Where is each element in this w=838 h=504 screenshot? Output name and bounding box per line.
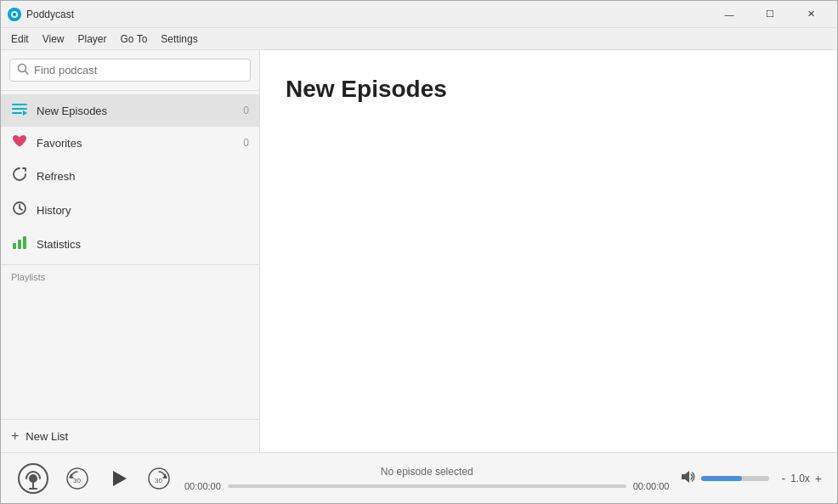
volume-icon bbox=[679, 468, 696, 489]
rewind-icon: 30 bbox=[65, 467, 89, 490]
sidebar-item-history[interactable]: History bbox=[1, 193, 259, 227]
play-button[interactable] bbox=[103, 463, 133, 494]
new-episodes-icon bbox=[11, 102, 28, 119]
search-input-wrap[interactable] bbox=[9, 59, 251, 82]
playlists-section: Playlists bbox=[1, 264, 259, 419]
volume-section bbox=[679, 468, 769, 489]
new-episodes-label: New Episodes bbox=[37, 105, 235, 117]
menu-edit[interactable]: Edit bbox=[4, 28, 36, 49]
speed-decrease-button[interactable]: - bbox=[779, 470, 787, 487]
favorites-icon bbox=[11, 134, 28, 151]
maximize-button[interactable]: ☐ bbox=[750, 1, 790, 28]
sidebar-item-statistics[interactable]: Statistics bbox=[1, 227, 259, 261]
svg-text:30: 30 bbox=[73, 477, 81, 484]
speed-controls: - 1.0x + bbox=[779, 470, 824, 487]
menu-goto[interactable]: Go To bbox=[114, 28, 155, 49]
menu-bar: Edit View Player Go To Settings bbox=[1, 28, 837, 50]
page-title: New Episodes bbox=[286, 76, 812, 103]
svg-marker-18 bbox=[113, 471, 127, 486]
statistics-icon bbox=[11, 235, 28, 253]
svg-marker-7 bbox=[23, 110, 27, 116]
speed-increase-button[interactable]: + bbox=[813, 470, 824, 487]
progress-section: No episode selected 00:00:00 00:00:00 bbox=[184, 466, 669, 491]
sidebar-item-favorites[interactable]: Favorites 0 bbox=[1, 127, 259, 159]
rewind-button[interactable]: 30 bbox=[62, 463, 93, 494]
sidebar: New Episodes 0 Favorites 0 bbox=[1, 50, 260, 452]
new-episodes-count: 0 bbox=[243, 105, 249, 116]
svg-point-13 bbox=[29, 474, 37, 483]
play-icon bbox=[106, 467, 130, 490]
svg-rect-11 bbox=[23, 236, 26, 249]
plus-icon: + bbox=[11, 428, 19, 444]
playlists-label: Playlists bbox=[11, 272, 249, 282]
minimize-button[interactable]: — bbox=[710, 1, 749, 28]
svg-rect-9 bbox=[13, 243, 16, 249]
app-title: Poddycast bbox=[26, 8, 710, 20]
volume-bar-fill bbox=[701, 476, 742, 481]
statistics-label: Statistics bbox=[37, 238, 241, 251]
menu-settings[interactable]: Settings bbox=[154, 28, 204, 49]
time-start: 00:00:00 bbox=[184, 481, 221, 491]
search-icon bbox=[17, 63, 29, 77]
title-bar: Poddycast — ☐ ✕ bbox=[1, 1, 837, 28]
menu-view[interactable]: View bbox=[36, 28, 71, 49]
main-content: New Episodes 0 Favorites 0 bbox=[1, 50, 837, 452]
new-list-button[interactable]: + New List bbox=[1, 419, 259, 452]
refresh-label: Refresh bbox=[37, 170, 241, 183]
svg-rect-10 bbox=[18, 240, 21, 249]
history-icon bbox=[11, 201, 28, 219]
search-bar bbox=[1, 50, 259, 91]
time-end: 00:00:00 bbox=[633, 481, 670, 491]
content-area: New Episodes bbox=[260, 50, 837, 452]
favorites-label: Favorites bbox=[37, 137, 235, 150]
volume-bar[interactable] bbox=[701, 476, 769, 481]
svg-line-3 bbox=[25, 71, 29, 75]
no-episode-label: No episode selected bbox=[381, 466, 473, 478]
podcast-button[interactable] bbox=[14, 460, 52, 497]
forward-icon: 30 bbox=[147, 467, 171, 490]
progress-row: 00:00:00 00:00:00 bbox=[184, 481, 669, 491]
forward-button[interactable]: 30 bbox=[144, 463, 174, 494]
favorites-count: 0 bbox=[243, 137, 249, 149]
podcast-icon bbox=[18, 463, 48, 494]
close-button[interactable]: ✕ bbox=[791, 1, 830, 28]
svg-text:30: 30 bbox=[155, 477, 162, 484]
player-bar: 30 30 No episode selected 00:00:00 00:00… bbox=[1, 452, 837, 503]
svg-marker-21 bbox=[682, 471, 689, 483]
new-list-label: New List bbox=[25, 430, 68, 443]
history-label: History bbox=[37, 204, 241, 217]
speed-label: 1.0x bbox=[790, 473, 810, 484]
search-input[interactable] bbox=[34, 64, 243, 76]
nav-list: New Episodes 0 Favorites 0 bbox=[1, 91, 259, 264]
app-icon bbox=[8, 8, 21, 21]
progress-bar[interactable] bbox=[228, 484, 626, 488]
menu-player[interactable]: Player bbox=[71, 28, 113, 49]
svg-point-1 bbox=[13, 13, 16, 16]
sidebar-item-refresh[interactable]: Refresh bbox=[1, 159, 259, 193]
sidebar-item-new-episodes[interactable]: New Episodes 0 bbox=[1, 94, 259, 127]
refresh-icon bbox=[11, 167, 28, 185]
window-controls: — ☐ ✕ bbox=[710, 1, 830, 28]
